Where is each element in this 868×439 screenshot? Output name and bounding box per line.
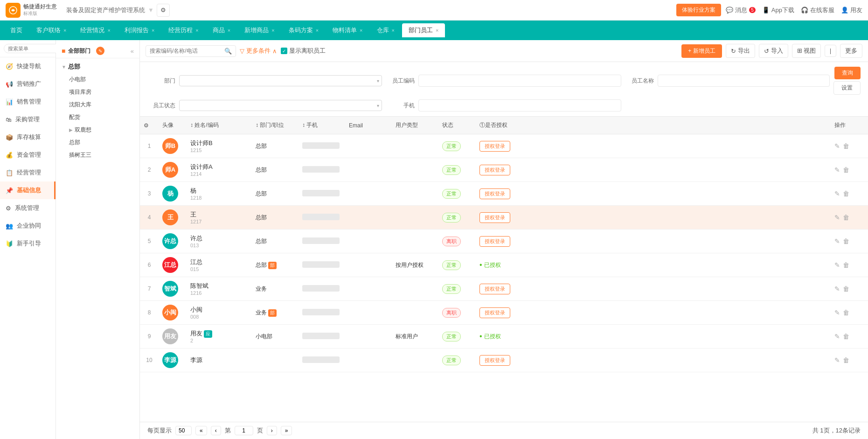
sidebar-item-system[interactable]: ⚙系统管理 [0,199,56,217]
dept-select[interactable] [179,75,382,86]
extra-button[interactable]: 更多 [840,44,862,58]
view-button[interactable]: ⊞ 视图 [792,44,821,58]
sidebar-item-operation[interactable]: 📋经营管理 [0,164,56,181]
auth-btn[interactable]: 授权登录 [479,212,510,223]
dept-node-project[interactable]: 项目库房 [56,86,139,98]
delete-icon[interactable]: 🗑 [843,309,849,316]
auth-btn[interactable]: 授权登录 [479,141,510,152]
import-button[interactable]: ↺ 导入 [759,44,788,58]
dept-node-chashuwang[interactable]: 插树王三 [56,149,139,161]
next-page-btn[interactable]: › [267,426,277,435]
tab-warehouse[interactable]: 仓库 × [370,23,401,37]
app-download-btn[interactable]: 📱 App下载 [762,6,794,14]
col-dept[interactable]: ↕ 部门/职位 [252,117,299,134]
search-icon[interactable]: 🔍 [224,48,232,55]
tab-operation[interactable]: 经营情况 × [74,23,117,37]
tab-department[interactable]: 部门员工 × [402,23,445,37]
dept-node-shenyang[interactable]: 沈阳大库 [56,98,139,111]
close-icon[interactable]: × [228,28,230,33]
delete-icon[interactable]: 🗑 [843,285,849,293]
auth-btn[interactable]: 授权登录 [479,355,510,366]
sidebar-item-sales[interactable]: 📊销售管理 [0,93,56,111]
more-conditions-btn[interactable]: ▽ 更多条件 ∧ [240,47,277,55]
delete-icon[interactable]: 🗑 [843,142,849,150]
close-icon[interactable]: × [152,28,154,33]
edit-icon[interactable]: ✎ [834,356,840,364]
close-icon[interactable]: × [392,28,395,33]
edit-icon[interactable]: ✎ [834,190,840,197]
tab-new-goods[interactable]: 新增商品 × [238,23,281,37]
message-btn[interactable]: 💬 消息 5 [726,6,756,14]
dept-node-peihu[interactable]: 配货 [56,111,139,124]
delete-icon[interactable]: 🗑 [843,166,849,174]
page-number-input[interactable] [235,426,253,435]
auth-btn[interactable]: 授权登录 [479,284,510,294]
tab-history[interactable]: 经营历程 × [162,23,205,37]
sidebar-item-collab[interactable]: 👥企业协同 [0,217,56,235]
reset-button[interactable]: 设置 [833,81,861,95]
delete-icon[interactable]: 🗑 [843,333,849,340]
close-icon[interactable]: × [63,28,66,33]
emp-name-input[interactable] [658,75,830,87]
edit-icon[interactable]: ✎ [834,261,840,269]
auth-btn[interactable]: 授权登录 [479,307,510,318]
dept-node-zongbu-root[interactable]: ▼ 总部 [56,60,139,73]
sidebar-item-purchase[interactable]: 🛍采购管理 [0,111,56,128]
edit-icon[interactable]: ✎ [834,166,840,174]
user-avatar[interactable]: 👤 用友 [841,6,862,14]
edit-icon[interactable]: ✎ [834,333,840,340]
last-page-btn[interactable]: » [281,426,292,435]
close-icon[interactable]: × [360,28,362,33]
auth-btn[interactable]: 授权登录 [479,165,510,175]
tab-customer[interactable]: 客户联络 × [30,23,73,37]
edit-icon[interactable]: ✎ [834,285,840,293]
dept-edit-icon[interactable]: ✎ [96,47,104,55]
edit-icon[interactable]: ✎ [834,237,840,245]
delete-icon[interactable]: 🗑 [843,237,849,245]
query-button[interactable]: 查询 [834,67,861,79]
search-input[interactable] [150,48,224,54]
export-button[interactable]: ↻ 导出 [726,44,755,58]
settings-icon[interactable]: ⚙ [157,4,170,17]
dept-node-zongbu[interactable]: 总部 [56,136,139,149]
tab-goods[interactable]: 商品 × [206,23,237,37]
phone-input[interactable] [418,99,621,111]
collapse-btn[interactable]: « [131,48,134,55]
show-inactive-toggle[interactable]: ✓ 显示离职员工 [281,47,326,55]
col-phone[interactable]: ↕ 手机 [299,117,345,134]
tab-home[interactable]: 首页 [4,23,29,37]
sidebar-item-finance[interactable]: 💰资金管理 [0,146,56,164]
delete-icon[interactable]: 🗑 [843,190,849,197]
page-size-select[interactable]: 50 100 [175,426,192,435]
trial-button[interactable]: 体验行业方案 [676,4,721,16]
close-icon[interactable]: × [271,28,274,33]
status-select[interactable] [179,100,382,111]
col-name[interactable]: ↕ 姓名/编码 [187,117,252,134]
more-button[interactable]: | [825,45,836,57]
tab-barcode[interactable]: 条码方案 × [282,23,325,37]
sidebar-item-quicknav[interactable]: 🧭快捷导航 [0,57,56,75]
tab-bom[interactable]: 物料清单 × [326,23,369,37]
emp-code-input[interactable] [418,75,621,87]
delete-icon[interactable]: 🗑 [843,356,849,364]
dept-node-xiaodian[interactable]: 小电部 [56,73,139,86]
dept-node-shuanglu[interactable]: ▶双鹿想 [56,124,139,136]
delete-icon[interactable]: 🗑 [843,261,849,269]
sidebar-item-marketing[interactable]: 📢营销推广 [0,75,56,93]
close-icon[interactable]: × [436,28,438,33]
auth-btn[interactable]: 授权登录 [479,236,510,247]
sidebar-item-basic[interactable]: 📌基础信息 [0,181,56,199]
auth-btn[interactable]: 授权登录 [479,188,510,199]
add-employee-button[interactable]: + 新增员工 [681,44,722,58]
edit-icon[interactable]: ✎ [834,142,840,150]
sidebar-item-inventory[interactable]: 📦库存核算 [0,128,56,146]
edit-icon[interactable]: ✎ [834,309,840,316]
close-icon[interactable]: × [316,28,319,33]
first-page-btn[interactable]: « [195,426,207,435]
close-icon[interactable]: × [195,28,198,33]
delete-icon[interactable]: 🗑 [843,214,849,221]
tab-profit[interactable]: 利润报告 × [118,23,161,37]
prev-page-btn[interactable]: ‹ [211,426,221,435]
edit-icon[interactable]: ✎ [834,214,840,221]
online-service-btn[interactable]: 🎧 在线客服 [801,6,834,14]
